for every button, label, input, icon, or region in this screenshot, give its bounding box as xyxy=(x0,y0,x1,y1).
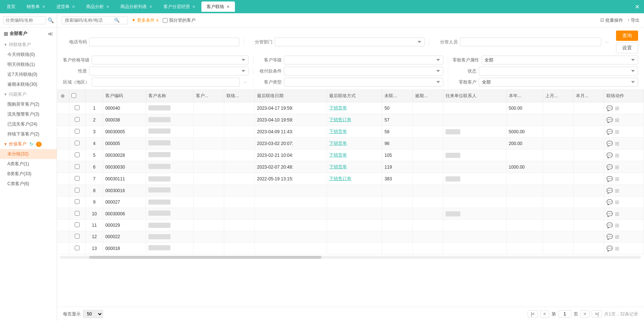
tab-customer-contact[interactable]: 客户联络 ✕ xyxy=(201,1,235,12)
row-checkbox[interactable] xyxy=(75,211,80,216)
bulk-ops-button[interactable]: ☑ 批量操作 xyxy=(600,17,623,24)
window-close-button[interactable]: ✕ xyxy=(632,3,643,10)
action-message-icon[interactable]: 💬 xyxy=(606,117,613,123)
filter-select-nature[interactable] xyxy=(89,67,249,75)
action-message-icon[interactable]: 💬 xyxy=(606,211,613,217)
tab-sales-close[interactable]: ✕ xyxy=(42,4,45,9)
sidebar-search-input[interactable] xyxy=(3,16,46,24)
filter-select-level[interactable] xyxy=(284,56,443,64)
export-button[interactable]: ↑ 导出 xyxy=(627,17,640,24)
row-checkbox[interactable] xyxy=(75,152,80,157)
query-button[interactable]: 查询 xyxy=(616,31,638,41)
action-message-icon[interactable]: 💬 xyxy=(606,222,613,228)
row-checkbox[interactable] xyxy=(75,246,80,250)
sidebar-item-declining[interactable]: 持续下落客户(2) xyxy=(0,129,57,139)
my-customers-checkbox-label[interactable]: 我分管的客户 xyxy=(163,17,196,24)
row-checkbox[interactable] xyxy=(75,117,80,122)
filter-input-region[interactable] xyxy=(92,78,240,87)
filter-input-person[interactable] xyxy=(460,38,601,46)
row-checkbox[interactable] xyxy=(75,164,80,169)
action-grid-icon[interactable]: ⊞ xyxy=(615,222,619,228)
th-last-month[interactable]: 上月... xyxy=(543,90,574,102)
action-grid-icon[interactable]: ⊞ xyxy=(615,105,619,111)
sidebar-item-ungrouped[interactable]: 未分组(32) xyxy=(0,149,57,159)
tab-sales[interactable]: 销售单 ✕ xyxy=(21,1,50,12)
action-grid-icon[interactable]: ⊞ xyxy=(615,176,619,182)
row-checkbox[interactable] xyxy=(75,222,80,227)
sidebar-section-problem[interactable]: ▼ 问题客户 xyxy=(0,89,57,99)
sidebar-section-pending[interactable]: ▼ 待联络客户 xyxy=(0,40,57,50)
action-message-icon[interactable]: 💬 xyxy=(606,176,613,182)
contact-method-link[interactable]: 下销售订单 xyxy=(329,176,351,181)
tab-product-analysis[interactable]: 商品分析 ✕ xyxy=(81,1,115,12)
sidebar-item-class-b[interactable]: B类客户(33) xyxy=(0,169,57,179)
filter-region-dots[interactable]: ··· xyxy=(242,80,249,85)
th-type[interactable]: 客户... xyxy=(194,90,224,102)
row-checkbox[interactable] xyxy=(75,234,80,239)
action-message-icon[interactable]: 💬 xyxy=(606,129,613,135)
select-all-checkbox[interactable] xyxy=(71,93,76,98)
sidebar-item-overdue-pending[interactable]: 逾期未联络(30) xyxy=(0,80,57,89)
sidebar-item-churned[interactable]: 已流失客户(24) xyxy=(0,119,57,129)
row-checkbox[interactable] xyxy=(75,129,80,134)
reset-button[interactable]: 设置 xyxy=(616,42,638,53)
per-page-select[interactable]: 50 100 xyxy=(83,310,103,318)
row-checkbox[interactable] xyxy=(75,188,80,193)
th-contact[interactable]: 联络... xyxy=(224,90,255,102)
th-overdue[interactable]: 逾期... xyxy=(413,90,443,102)
action-message-icon[interactable]: 💬 xyxy=(606,188,613,194)
scrollbar-thumb[interactable] xyxy=(89,256,321,259)
th-name[interactable]: 客户名称 xyxy=(146,90,194,102)
sidebar-item-class-c[interactable]: C类客户(6) xyxy=(0,179,57,189)
contact-method-link[interactable]: 下销售订单 xyxy=(329,117,351,122)
filter-select-retail-customer[interactable]: 全部 xyxy=(479,78,638,87)
row-checkbox[interactable] xyxy=(75,141,80,145)
th-settings[interactable]: ⚙ xyxy=(57,90,69,102)
action-message-icon[interactable]: 💬 xyxy=(606,199,613,205)
sidebar-item-7day-pending[interactable]: 近7天待联络(0) xyxy=(0,70,57,80)
sidebar-item-churn-warning[interactable]: 流失预警客户(3) xyxy=(0,109,57,119)
tab-customer-contact-close[interactable]: ✕ xyxy=(226,4,230,9)
th-code[interactable]: 客户编码 xyxy=(103,90,146,102)
my-customers-checkbox[interactable] xyxy=(163,18,168,23)
filter-select-payment[interactable] xyxy=(284,67,443,75)
tab-customer-tier[interactable]: 客户分层经营 ✕ xyxy=(158,1,201,12)
action-message-icon[interactable]: 💬 xyxy=(606,246,613,251)
page-input[interactable] xyxy=(558,310,571,318)
tab-product-analysis-close[interactable]: ✕ xyxy=(106,4,109,9)
contact-method-link[interactable]: 下销货单 xyxy=(329,141,347,146)
th-this-year[interactable]: 本年... xyxy=(506,90,543,102)
action-message-icon[interactable]: 💬 xyxy=(606,152,613,158)
sidebar-item-class-a[interactable]: A类客户(1) xyxy=(0,159,57,169)
th-this-month[interactable]: 本月... xyxy=(574,90,604,102)
filter-select-retail-attr[interactable]: 全部 xyxy=(481,56,638,64)
action-grid-icon[interactable]: ⊞ xyxy=(615,141,619,147)
th-uncontact[interactable]: 未联... xyxy=(382,90,413,102)
tab-purchase[interactable]: 进货单 ✕ xyxy=(51,1,80,12)
tab-product-analysis-list[interactable]: 商品分析列表 ✕ xyxy=(115,1,158,12)
row-checkbox[interactable] xyxy=(75,105,80,110)
tab-purchase-close[interactable]: ✕ xyxy=(72,4,75,9)
horizontal-scrollbar[interactable] xyxy=(60,256,641,259)
action-grid-icon[interactable]: ⊞ xyxy=(615,211,619,217)
filter-select-dept[interactable] xyxy=(275,38,425,46)
th-last-contact-method[interactable]: 最后联络方式 xyxy=(327,90,382,102)
next-page-button[interactable]: > xyxy=(580,310,590,318)
action-grid-icon[interactable]: ⊞ xyxy=(615,117,619,123)
sidebar-item-tomorrow-pending[interactable]: 明天待联络(1) xyxy=(0,60,57,70)
th-trade-contact[interactable]: 往来单位联系人 xyxy=(443,90,506,102)
action-grid-icon[interactable]: ⊞ xyxy=(615,152,619,158)
filter-select-customer-type[interactable] xyxy=(284,78,443,87)
more-filters-button[interactable]: ▼ 更多条件 ∧ xyxy=(131,17,159,24)
search-icon[interactable]: 🔍 xyxy=(114,18,120,23)
filter-input-phone[interactable] xyxy=(89,38,239,46)
action-grid-icon[interactable]: ⊞ xyxy=(615,129,619,135)
action-grid-icon[interactable]: ⊞ xyxy=(615,164,619,170)
contact-method-link[interactable]: 下销货单 xyxy=(329,152,347,158)
sidebar-section-value[interactable]: ▼ 价值客户 ↻ ! xyxy=(0,139,57,149)
action-grid-icon[interactable]: ⊞ xyxy=(615,188,619,194)
action-message-icon[interactable]: 💬 xyxy=(606,164,613,170)
action-message-icon[interactable]: 💬 xyxy=(606,234,613,240)
contact-method-link[interactable]: 下销货单 xyxy=(329,129,347,134)
tab-home[interactable]: 首页 xyxy=(1,1,21,12)
